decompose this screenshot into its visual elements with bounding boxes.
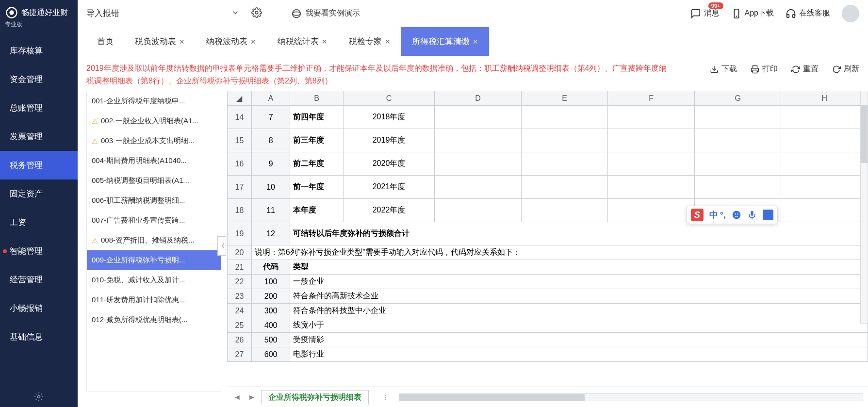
sheet-list-item[interactable]: 009-企业所得税弥补亏损明... — [87, 250, 221, 270]
close-icon[interactable]: ✕ — [473, 38, 478, 46]
cell[interactable]: 7 — [251, 106, 290, 129]
cell[interactable]: 500 — [251, 333, 290, 347]
row-header[interactable]: 18 — [228, 199, 252, 222]
sidebar-item[interactable]: 固定资产 — [0, 179, 78, 208]
cell[interactable]: 电影行业 — [290, 347, 868, 362]
row-header[interactable]: 25 — [228, 318, 252, 333]
ime-mic-icon[interactable] — [747, 210, 757, 220]
sidebar-item[interactable]: 经营管理 — [0, 265, 78, 294]
sheet-list-item[interactable]: 012-减免所得税优惠明细表(... — [87, 310, 221, 330]
ime-emoji-icon[interactable] — [732, 210, 741, 220]
sidebar-item[interactable]: 资金管理 — [0, 65, 78, 94]
cell[interactable]: 说明：第6列"弥补亏损企业类型"需要手动输入对应代码，代码对应关系如下： — [251, 245, 868, 260]
cell[interactable] — [608, 129, 695, 152]
sheet-list-item[interactable]: ⚠002-一般企业收入明细表(A1... — [87, 111, 221, 131]
sheet-list-item[interactable]: 007-广告费和业务宣传费跨... — [87, 211, 221, 230]
cell[interactable]: 2020年度 — [343, 152, 435, 176]
cell[interactable]: 2021年度 — [343, 176, 435, 199]
cell[interactable] — [608, 176, 695, 199]
cell[interactable]: 11 — [251, 199, 290, 222]
sheet-nav-next[interactable]: ► — [246, 392, 257, 403]
sidebar-item[interactable]: 总账管理 — [0, 94, 78, 122]
cell[interactable] — [694, 176, 781, 199]
row-header[interactable]: 27 — [228, 347, 252, 362]
cell[interactable]: 400 — [251, 318, 290, 333]
row-header[interactable]: 15 — [228, 129, 252, 152]
cell[interactable] — [435, 199, 522, 222]
column-header[interactable]: C — [343, 91, 435, 106]
sidebar-item[interactable]: 库存核算 — [0, 36, 78, 65]
sheet-list-item[interactable]: 001-企业所得税年度纳税申... — [87, 91, 221, 111]
cell[interactable]: 2022年度 — [343, 199, 435, 222]
gear-icon[interactable] — [251, 7, 262, 19]
column-header[interactable]: E — [521, 91, 608, 106]
sidebar-item[interactable]: 智能管理 — [0, 237, 78, 265]
ime-keyboard-icon[interactable] — [763, 210, 773, 220]
sidebar-item[interactable]: 发票管理 — [0, 122, 78, 151]
cell[interactable] — [521, 152, 608, 176]
cell[interactable] — [781, 152, 868, 176]
cell[interactable] — [781, 199, 868, 222]
cell[interactable] — [781, 129, 868, 152]
cell[interactable] — [694, 129, 781, 152]
column-header[interactable]: D — [435, 91, 522, 106]
support-button[interactable]: 在线客服 — [786, 8, 830, 19]
breadcrumb[interactable]: 导入报错 — [86, 8, 119, 19]
cell[interactable]: 线宽小于 — [290, 318, 868, 333]
cell[interactable] — [608, 199, 695, 222]
reset-button[interactable]: 重置 — [791, 64, 819, 74]
row-header[interactable]: 20 — [228, 245, 252, 260]
cell[interactable]: 类型 — [290, 260, 868, 275]
cell[interactable] — [521, 106, 608, 129]
cell[interactable] — [435, 106, 522, 129]
cell[interactable] — [521, 176, 608, 199]
sheet-list-item[interactable]: 005-纳税调整项目明细表(A1... — [87, 171, 221, 191]
chevron-down-icon[interactable] — [231, 8, 240, 18]
print-button[interactable]: 打印 — [751, 64, 778, 74]
cell[interactable]: 100 — [251, 275, 290, 289]
sheet-nav-prev[interactable]: ◄ — [232, 392, 243, 403]
sheet-list-item[interactable]: 010-免税、减计收入及加计... — [87, 270, 221, 290]
cell[interactable]: 600 — [251, 347, 290, 362]
cell[interactable]: 前三年度 — [290, 129, 343, 152]
close-icon[interactable]: ✕ — [385, 38, 391, 46]
column-header[interactable]: F — [608, 91, 695, 106]
cell[interactable]: 符合条件的高新技术企业 — [290, 289, 868, 304]
row-header[interactable]: 26 — [228, 333, 252, 347]
cell[interactable] — [781, 106, 868, 129]
cell[interactable]: 2019年度 — [343, 129, 435, 152]
row-header[interactable]: 17 — [228, 176, 252, 199]
horizontal-scrollbar[interactable] — [399, 393, 863, 401]
cell[interactable]: 可结转以后年度弥补的亏损额合计 — [290, 222, 868, 245]
cell[interactable] — [435, 176, 522, 199]
refresh-button[interactable]: 刷新 — [832, 64, 859, 74]
cell[interactable]: 12 — [251, 222, 290, 245]
cell[interactable] — [608, 152, 695, 176]
cell[interactable] — [521, 199, 608, 222]
active-sheet-tab[interactable]: 企业所得税弥补亏损明细表 — [261, 390, 369, 405]
tab[interactable]: 税检专家✕ — [338, 27, 401, 56]
tab[interactable]: 纳税统计表✕ — [267, 27, 338, 56]
sheet-list-item[interactable]: 011-研发费用加计扣除优惠... — [87, 290, 221, 310]
cell[interactable]: 9 — [251, 152, 290, 176]
close-icon[interactable]: ✕ — [250, 38, 256, 46]
spreadsheet-grid[interactable]: ◢ABCDEFGH 147前四年度2018年度158前三年度2019年度169前… — [227, 91, 868, 362]
sidebar-item[interactable]: 税务管理 — [0, 151, 78, 179]
sidebar-item[interactable]: 基础信息 — [0, 323, 78, 351]
download-button[interactable]: 下载 — [710, 64, 737, 74]
tab[interactable]: 首页 — [86, 27, 124, 56]
sidebar-item[interactable]: 工资 — [0, 208, 78, 237]
column-header[interactable]: G — [694, 91, 781, 106]
messages-button[interactable]: 消息 99+ — [690, 8, 720, 19]
cell[interactable]: 前一年度 — [290, 176, 343, 199]
tab[interactable]: 纳税波动表✕ — [196, 27, 267, 56]
cell[interactable] — [435, 152, 522, 176]
app-download-button[interactable]: App下载 — [731, 8, 774, 19]
cell[interactable] — [521, 129, 608, 152]
row-header[interactable]: 24 — [228, 304, 252, 318]
column-header[interactable]: H — [781, 91, 868, 106]
corner-cell[interactable]: ◢ — [228, 91, 252, 106]
row-header[interactable]: 14 — [228, 106, 252, 129]
ime-lang[interactable]: 中 °, — [709, 209, 726, 221]
row-header[interactable]: 16 — [228, 152, 252, 176]
